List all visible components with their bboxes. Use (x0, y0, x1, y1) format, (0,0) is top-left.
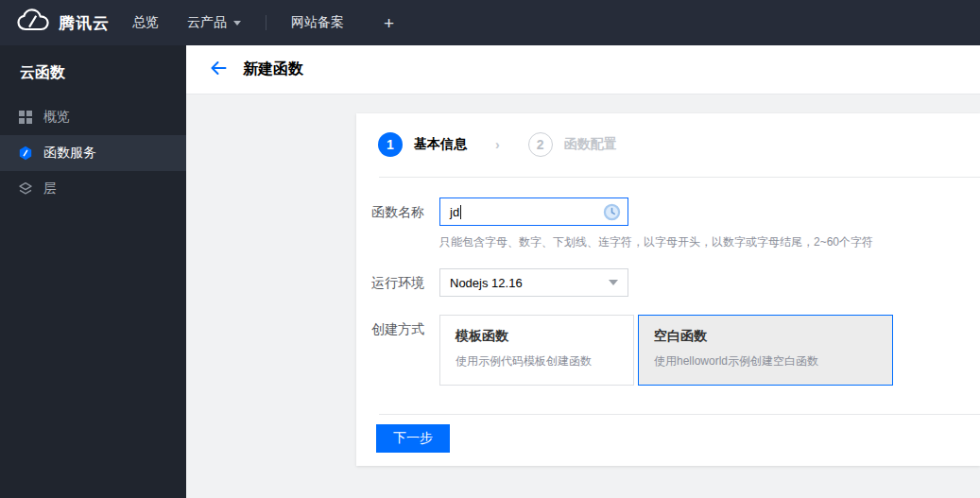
tencent-cloud-logo-icon (17, 9, 49, 37)
top-navbar: 腾讯云 总览 云产品 网站备案 + (0, 0, 980, 45)
back-arrow-icon (210, 60, 227, 79)
runtime-value: Nodejs 12.16 (450, 276, 523, 290)
option-title: 模板函数 (456, 328, 618, 345)
nav-item-icp-filing[interactable]: 网站备案 (291, 14, 344, 31)
content-area: 1 基本信息 › 2 函数配置 函数名称 jd (186, 94, 980, 498)
creation-method-options: 模板函数 使用示例代码模板创建函数 空白函数 使用helloworld示例创建空… (439, 315, 893, 386)
step-separator-chevron-icon: › (495, 137, 500, 152)
back-button[interactable] (210, 60, 227, 79)
runtime-label: 运行环境 (371, 268, 439, 297)
brand-name: 腾讯云 (59, 12, 110, 34)
sidebar: 云函数 概览 函数服务 (0, 45, 186, 498)
function-hexagon-icon (18, 146, 33, 161)
runtime-select[interactable]: Nodejs 12.16 (439, 268, 628, 297)
sidebar-title: 云函数 (0, 45, 186, 83)
nav-item-overview[interactable]: 总览 (132, 14, 159, 31)
tencent-cloud-logo[interactable]: 腾讯云 (17, 9, 110, 37)
caret-down-icon (233, 21, 241, 26)
new-function-card: 1 基本信息 › 2 函数配置 函数名称 jd (356, 113, 980, 466)
function-name-input[interactable]: jd (439, 197, 628, 226)
function-name-value: jd (450, 205, 459, 219)
footer-divider (379, 414, 980, 415)
runtime-row: 运行环境 Nodejs 12.16 (371, 268, 980, 297)
step-2-circle: 2 (528, 132, 553, 157)
step-2-label: 函数配置 (564, 136, 617, 153)
option-title: 空白函数 (654, 328, 877, 345)
function-name-row: 函数名称 jd 只能包含字母、数字、下划线、连字符，以字母开头，以数字或字母结尾… (371, 197, 980, 250)
nav-divider (266, 15, 266, 30)
option-template-function[interactable]: 模板函数 使用示例代码模板创建函数 (439, 315, 634, 386)
nav-item-cloud-products[interactable]: 云产品 (187, 14, 241, 31)
sidebar-item-label: 概览 (43, 109, 70, 126)
page-title: 新建函数 (243, 60, 303, 79)
grid-icon (18, 110, 33, 125)
function-name-label: 函数名称 (371, 197, 439, 250)
sidebar-item-label: 层 (43, 180, 57, 197)
layers-icon (18, 181, 33, 197)
step-1-label: 基本信息 (414, 136, 467, 153)
creation-method-label: 创建方式 (371, 315, 439, 386)
input-history-clock-icon[interactable] (603, 203, 621, 225)
page-header: 新建函数 (186, 45, 980, 94)
sidebar-item-overview[interactable]: 概览 (0, 99, 186, 135)
creation-method-row: 创建方式 模板函数 使用示例代码模板创建函数 空白函数 使用helloworld… (371, 315, 980, 386)
option-description: 使用示例代码模板创建函数 (456, 353, 618, 369)
option-description: 使用helloworld示例创建空白函数 (654, 353, 877, 369)
dropdown-caret-icon (609, 280, 618, 285)
nav-add-tab-button[interactable]: + (384, 14, 394, 32)
next-step-button[interactable]: 下一步 (376, 424, 450, 453)
sidebar-item-label: 函数服务 (43, 145, 96, 162)
option-blank-function[interactable]: 空白函数 使用helloworld示例创建空白函数 (638, 315, 893, 386)
nav-item-cloud-products-label: 云产品 (187, 14, 227, 31)
steps-divider (379, 177, 980, 178)
basic-info-form: 函数名称 jd 只能包含字母、数字、下划线、连字符，以字母开头，以数字或字母结尾… (356, 197, 980, 386)
sidebar-item-function-service[interactable]: 函数服务 (0, 135, 186, 171)
sidebar-menu: 概览 函数服务 层 (0, 99, 186, 207)
function-name-hint: 只能包含字母、数字、下划线、连字符，以字母开头，以数字或字母结尾，2~60个字符 (439, 234, 873, 250)
text-cursor (460, 205, 461, 219)
sidebar-item-layers[interactable]: 层 (0, 171, 186, 207)
step-1-circle: 1 (378, 132, 403, 157)
step-wizard: 1 基本信息 › 2 函数配置 (356, 113, 980, 157)
